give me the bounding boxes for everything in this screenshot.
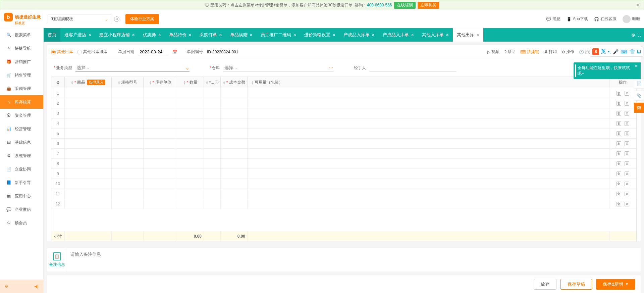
dropdown-caret-icon[interactable]: ▼	[625, 282, 629, 286]
col-price[interactable]: ▲▼*...ⓘ	[204, 77, 221, 88]
copy-row-icon[interactable]: ⧉	[625, 91, 629, 96]
ime-skin-icon[interactable]: 👕	[629, 49, 635, 54]
sidebar-item-12[interactable]: ▦应用中心	[0, 189, 43, 203]
try-industry-button[interactable]: 体验行业方案	[125, 14, 159, 24]
copy-row-icon[interactable]: ⧉	[625, 111, 629, 116]
save-draft-button[interactable]: 保存草稿	[560, 279, 592, 290]
print-link[interactable]: 🖶打印	[544, 49, 557, 55]
tab-9[interactable]: 产成品入库单✕	[339, 28, 379, 42]
sidebar-item-8[interactable]: ▤基础信息	[0, 136, 43, 149]
close-tab-icon[interactable]: ✕	[293, 33, 296, 37]
copy-row-icon[interactable]: ⧉	[625, 202, 629, 206]
calendar-icon[interactable]: 📅	[172, 50, 177, 54]
delete-row-icon[interactable]: 🗑	[616, 172, 621, 176]
scan-tag[interactable]: 扫码录入	[87, 80, 105, 85]
ime-keyboard-icon[interactable]: ⌨	[621, 49, 627, 54]
sidebar-item-14[interactable]: ♔畅会员	[0, 216, 43, 230]
delete-row-icon[interactable]: 🗑	[616, 151, 621, 156]
date-input[interactable]	[138, 49, 168, 55]
info-small-icon[interactable]: ⓘ	[215, 80, 219, 85]
ime-lang[interactable]: 英	[601, 49, 606, 55]
copy-row-icon[interactable]: ⧉	[625, 131, 629, 136]
col-available[interactable]: ▲▼可用量（包装）	[248, 77, 609, 88]
sidebar-item-13[interactable]: 💬企业微信	[0, 203, 43, 216]
close-tab-icon[interactable]: ✕	[476, 33, 479, 37]
table-row[interactable]: 2🗑⧉	[51, 98, 636, 108]
tip-phone[interactable]: 400-6600-566	[367, 3, 392, 7]
delete-row-icon[interactable]: 🗑	[616, 141, 621, 146]
sidebar-item-6[interactable]: ⦿资金管理	[0, 109, 43, 122]
warehouse-picker-icon[interactable]: ⋯	[329, 65, 334, 70]
handler-input[interactable]	[369, 64, 457, 72]
tab-7[interactable]: 员工推广二维码✕	[257, 28, 300, 42]
sidebar-item-11[interactable]: 📘新手引导	[0, 176, 43, 189]
sidebar-item-2[interactable]: 🎁营销推广	[0, 55, 43, 68]
sidebar-item-7[interactable]: 📊经营管理	[0, 122, 43, 136]
col-spec[interactable]: ▲▼规格型号	[112, 77, 144, 88]
remark-input[interactable]	[67, 248, 641, 272]
close-tip-icon[interactable]: ✕	[636, 2, 640, 8]
ime-mic-icon[interactable]: 🎤	[613, 49, 619, 54]
table-row[interactable]: 11🗑⧉	[51, 189, 636, 199]
copy-row-icon[interactable]: ⧉	[625, 141, 629, 146]
table-row[interactable]: 9🗑⧉	[51, 169, 636, 179]
close-tab-icon[interactable]: ✕	[446, 33, 449, 37]
table-row[interactable]: 1🗑⧉	[51, 88, 636, 98]
strip-attach-icon[interactable]: 📎	[634, 91, 644, 101]
messages-link[interactable]: 💬消息	[546, 16, 560, 22]
sidebar-item-5[interactable]: ⌂库存核算	[0, 95, 43, 109]
settings-icon[interactable]: ⚙	[5, 284, 8, 289]
fullscreen-icon[interactable]: ⛶	[637, 33, 641, 37]
col-unit[interactable]: ▲▼*库存单位	[144, 77, 177, 88]
close-tab-icon[interactable]: ✕	[372, 33, 375, 37]
delete-row-icon[interactable]: 🗑	[616, 131, 621, 136]
discard-button[interactable]: 放弃	[534, 279, 556, 290]
tab-close-all-icon[interactable]: ⊗	[631, 32, 635, 38]
copy-row-icon[interactable]: ⧉	[625, 101, 629, 106]
table-row[interactable]: 8🗑⧉	[51, 159, 636, 169]
tab-12[interactable]: 其他出库✕	[453, 28, 483, 42]
tab-10[interactable]: 产成品入库单✕	[379, 28, 418, 42]
ime-toolbar[interactable]: S 英 •, 🎤 ⌨ 👕 ⚃	[590, 47, 643, 57]
col-product[interactable]: ▲▼*商品扫码录入	[65, 77, 112, 88]
app-download-link[interactable]: 📱App下载	[567, 16, 588, 22]
tab-8[interactable]: 进价策略设置✕	[300, 28, 339, 42]
col-cost[interactable]: ▲▼*成本金额	[221, 77, 248, 88]
sidebar-item-10[interactable]: 📄企业协同	[0, 162, 43, 176]
ime-toolbox-icon[interactable]: ⚃	[637, 49, 641, 54]
copy-row-icon[interactable]: ⧉	[625, 192, 629, 196]
tab-6[interactable]: 单品满赠✕	[226, 28, 257, 42]
tab-0[interactable]: 首页	[44, 28, 60, 42]
tab-11[interactable]: 其他入库单✕	[418, 28, 453, 42]
table-row[interactable]: 5🗑⧉	[51, 129, 636, 139]
delete-row-icon[interactable]: 🗑	[616, 111, 621, 116]
close-tab-icon[interactable]: ✕	[332, 33, 335, 37]
close-tab-icon[interactable]: ✕	[132, 33, 135, 37]
table-row[interactable]: 10🗑⧉	[51, 179, 636, 189]
copy-row-icon[interactable]: ⧉	[625, 172, 629, 176]
ime-punct-icon[interactable]: •,	[608, 49, 611, 54]
delete-row-icon[interactable]: 🗑	[616, 161, 621, 166]
sidebar-item-1[interactable]: ✧快捷导航	[0, 42, 43, 55]
table-row[interactable]: 12🗑⧉	[51, 199, 636, 209]
table-row[interactable]: 7🗑⧉	[51, 149, 636, 159]
chevron-down-icon[interactable]: ⌄	[185, 65, 190, 70]
col-settings[interactable]: ⚙	[51, 77, 65, 88]
strip-image-icon[interactable]: 🖼	[634, 103, 644, 113]
delete-row-icon[interactable]: 🗑	[616, 91, 621, 96]
delete-row-icon[interactable]: 🗑	[616, 202, 621, 206]
radio-other-out[interactable]: 其他出库	[51, 49, 73, 55]
close-tab-icon[interactable]: ✕	[411, 33, 414, 37]
delete-row-icon[interactable]: 🗑	[616, 101, 621, 106]
help-link[interactable]: ?帮助	[504, 49, 516, 55]
collapse-icon[interactable]: ◀)	[34, 284, 39, 289]
close-tab-icon[interactable]: ✕	[88, 33, 91, 37]
tab-5[interactable]: 采购订单✕	[196, 28, 226, 42]
close-tab-icon[interactable]: ✕	[189, 33, 192, 37]
sidebar-item-4[interactable]: 👜采购管理	[0, 82, 43, 95]
save-new-button[interactable]: 保存&新增 ▼	[596, 279, 635, 290]
sidebar-item-0[interactable]: 🔍搜索菜单	[0, 28, 43, 42]
radio-other-out-return[interactable]: 其他出库退库	[77, 49, 107, 55]
warehouse-input[interactable]	[223, 64, 329, 71]
close-tab-icon[interactable]: ✕	[219, 33, 222, 37]
